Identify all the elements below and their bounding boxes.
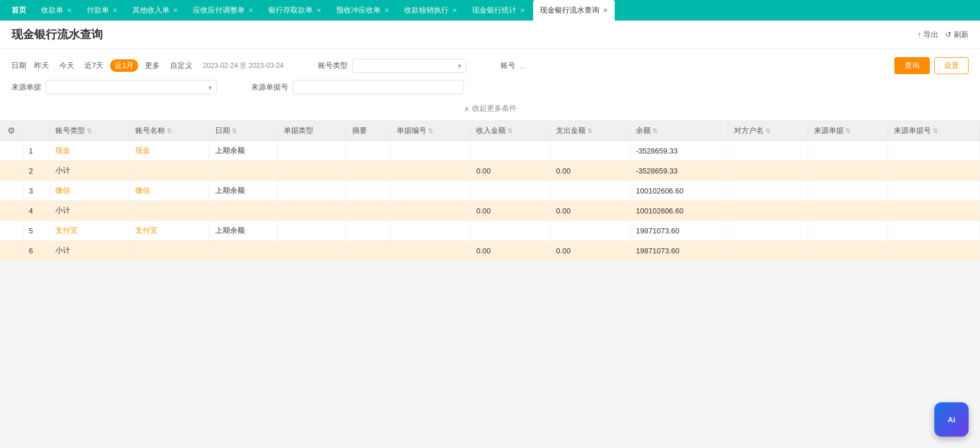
sort-icon: ⇅: [933, 127, 938, 134]
close-icon[interactable]: ✕: [112, 7, 118, 14]
cell-date: 上期余额: [209, 181, 277, 201]
date-btn-自定义[interactable]: 自定义: [167, 59, 196, 72]
col-label-doc_type: 单据类型: [284, 126, 313, 135]
cell-num: 1: [23, 141, 49, 161]
cell-doc_type: [277, 161, 346, 181]
cell-date: 上期余额: [209, 141, 277, 161]
collapse-bar[interactable]: ∧ 收起更多条件: [11, 100, 969, 115]
table-row: 1现金现金上期余额-3528659.33: [0, 141, 980, 161]
close-icon[interactable]: ✕: [520, 7, 525, 14]
date-label: 日期: [11, 60, 26, 71]
cell-balance: 19871073.60: [630, 221, 728, 241]
nav-tab-qita[interactable]: 其他收入单✕: [126, 0, 185, 21]
refresh-icon: ↺: [945, 30, 951, 39]
col-label-source_doc: 来源单据: [814, 126, 844, 135]
nav-tab-label: 其他收入单: [132, 5, 170, 15]
col-label-account_type: 账号类型: [55, 126, 85, 135]
date-btn-近1月[interactable]: 近1月: [110, 59, 138, 72]
close-icon[interactable]: ✕: [384, 7, 389, 14]
cell-date: [209, 201, 277, 221]
nav-tab-yingshouliu[interactable]: 应收应付调整单✕: [186, 0, 260, 21]
cell-num: 4: [23, 201, 49, 221]
cell-source_doc_no: [888, 241, 979, 261]
top-navigation: 首页 收款单✕付款单✕其他收入单✕应收应付调整单✕银行存取款单✕预收冲应收单✕收…: [0, 0, 980, 21]
header-actions: ↑ 导出 ↺ 刷新: [918, 30, 969, 40]
cell-doc_no: [390, 141, 470, 161]
account-more-btn[interactable]: ...: [520, 62, 526, 70]
date-btn-更多[interactable]: 更多: [142, 59, 163, 72]
cell-counterpart: [728, 141, 808, 161]
col-account_type[interactable]: 账号类型⇅: [49, 121, 129, 141]
close-icon[interactable]: ✕: [603, 7, 608, 14]
cell-source_doc: [808, 181, 888, 201]
col-source_doc[interactable]: 来源单据⇅: [808, 121, 888, 141]
col-source_doc_no[interactable]: 来源单据号⇅: [888, 121, 979, 141]
cell-expense: 0.00: [550, 241, 630, 261]
col-balance[interactable]: 余额⇅: [630, 121, 728, 141]
nav-tab-yinhangcun[interactable]: 银行存取款单✕: [261, 0, 328, 21]
col-doc_no[interactable]: 单据编号⇅: [390, 121, 470, 141]
date-btn-近7天[interactable]: 近7天: [81, 59, 107, 72]
cell-num: 6: [23, 241, 49, 261]
nav-tab-shoukuan[interactable]: 收款单✕: [34, 0, 79, 21]
nav-tab-liushui[interactable]: 现金银行流水查询✕: [533, 0, 615, 21]
nav-tab-shoukuanhe[interactable]: 收款核销执行✕: [397, 0, 464, 21]
cell-settings: [0, 201, 23, 221]
col-label-expense: 支出金额: [556, 126, 586, 135]
cell-counterpart: [728, 201, 808, 221]
account-type-select-wrapper[interactable]: [352, 59, 466, 73]
close-icon[interactable]: ✕: [173, 7, 178, 14]
cell-doc_type: [277, 181, 346, 201]
account-type-select[interactable]: [352, 59, 466, 73]
date-range: 2023-02-24 至 2023-03-24: [203, 61, 283, 71]
nav-tab-fukuan[interactable]: 付款单✕: [80, 0, 124, 21]
col-date[interactable]: 日期⇅: [209, 121, 277, 141]
date-btn-昨天[interactable]: 昨天: [31, 59, 53, 72]
cell-expense: 0.00: [550, 161, 630, 181]
nav-home[interactable]: 首页: [5, 0, 33, 21]
source-doc-select-wrapper[interactable]: [46, 80, 217, 94]
col-counterpart[interactable]: 对方户名⇅: [728, 121, 808, 141]
close-icon[interactable]: ✕: [316, 7, 321, 14]
close-icon[interactable]: ✕: [452, 7, 457, 14]
cell-expense: 0.00: [550, 201, 630, 221]
sort-icon: ⇅: [87, 127, 92, 134]
close-icon[interactable]: ✕: [67, 7, 72, 14]
close-icon[interactable]: ✕: [248, 7, 253, 14]
export-button[interactable]: ↑ 导出: [918, 30, 939, 40]
col-label-balance: 余额: [636, 126, 651, 135]
nav-tab-label: 收款核销执行: [404, 5, 449, 15]
cell-counterpart: [728, 221, 808, 241]
col-account_name[interactable]: 账号名称⇅: [129, 121, 209, 141]
nav-tab-label: 收款单: [41, 5, 63, 15]
query-button[interactable]: 查询: [894, 57, 930, 74]
cell-doc_no: [390, 161, 470, 181]
date-btn-今天[interactable]: 今天: [56, 59, 78, 72]
col-label-summary: 摘要: [352, 126, 367, 135]
source-doc-no-input[interactable]: [293, 80, 464, 94]
col-income[interactable]: 收入金额⇅: [470, 121, 550, 141]
table-settings-icon[interactable]: ⚙: [7, 126, 15, 135]
cell-source_doc: [808, 161, 888, 181]
refresh-button[interactable]: ↺ 刷新: [945, 30, 969, 40]
source-doc-select[interactable]: [46, 80, 217, 94]
account-type-filter: 账号类型: [318, 59, 466, 73]
cell-income: 0.00: [470, 241, 550, 261]
account-label: 账号: [501, 60, 515, 71]
nav-tab-xianjin[interactable]: 现金银行统计✕: [465, 0, 532, 21]
source-doc-label: 来源单据: [11, 82, 41, 92]
cell-num: 5: [23, 221, 49, 241]
cell-doc_no: [390, 201, 470, 221]
cell-balance: -3528659.33: [630, 161, 728, 181]
cell-date: [209, 161, 277, 181]
col-expense[interactable]: 支出金额⇅: [550, 121, 630, 141]
cell-income: [470, 181, 550, 201]
cell-account_name: 现金: [129, 141, 209, 161]
settings-button[interactable]: 设置: [934, 57, 969, 74]
cell-settings: [0, 161, 23, 181]
cell-doc_type: [277, 241, 346, 261]
cell-account_name: 微信: [129, 181, 209, 201]
nav-tab-yushouchen[interactable]: 预收冲应收单✕: [329, 0, 396, 21]
sort-icon: ⇅: [428, 127, 433, 134]
cell-date: 上期余额: [209, 221, 277, 241]
